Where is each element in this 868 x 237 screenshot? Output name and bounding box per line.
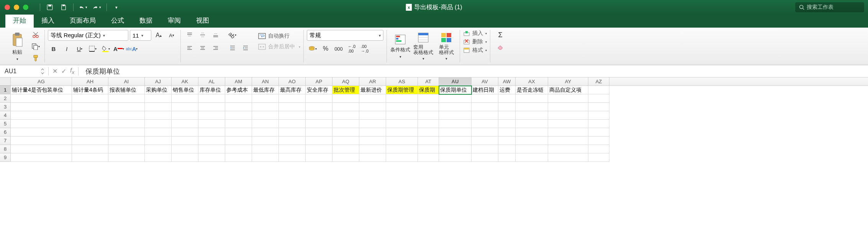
- cell-AO9[interactable]: [279, 153, 306, 162]
- cell-AR5[interactable]: [359, 120, 386, 128]
- cell-AO1[interactable]: 最高库存: [279, 86, 306, 94]
- cell-AV1[interactable]: 建档日期: [472, 86, 498, 94]
- cancel-formula-button[interactable]: ✕: [52, 67, 57, 75]
- orientation-button[interactable]: ab▾: [227, 30, 238, 40]
- tab-insert[interactable]: 插入: [34, 13, 62, 28]
- cell-AI8[interactable]: [108, 145, 145, 153]
- cell-AM1[interactable]: 参考成本: [225, 86, 252, 94]
- cell-AR1[interactable]: 最新进价: [359, 86, 386, 94]
- cell-AH6[interactable]: [72, 128, 108, 137]
- cell-AI5[interactable]: [108, 120, 145, 128]
- cell-AW2[interactable]: [498, 94, 516, 103]
- cell-AM2[interactable]: [225, 94, 252, 103]
- cell-AI4[interactable]: [108, 111, 145, 120]
- fx-button[interactable]: fx: [70, 67, 74, 75]
- font-size-select[interactable]: 11▾: [130, 30, 151, 41]
- cell-AJ3[interactable]: [145, 103, 172, 111]
- cell-AR2[interactable]: [359, 94, 386, 103]
- cell-AK3[interactable]: [172, 103, 198, 111]
- tab-review[interactable]: 审阅: [160, 13, 188, 28]
- row-header-9[interactable]: 9: [0, 153, 11, 162]
- comma-button[interactable]: 000: [333, 44, 344, 54]
- number-format-select[interactable]: 常规▾: [307, 30, 383, 41]
- cell-AH3[interactable]: [72, 103, 108, 111]
- cell-AZ4[interactable]: [588, 111, 609, 120]
- cell-AX3[interactable]: [516, 103, 548, 111]
- select-all-corner[interactable]: [0, 77, 11, 86]
- cell-AP3[interactable]: [306, 103, 332, 111]
- cell-AW8[interactable]: [498, 145, 516, 153]
- cell-AK1[interactable]: 销售单位: [172, 86, 198, 94]
- column-header-AO[interactable]: AO: [279, 77, 306, 86]
- cell-AP7[interactable]: [306, 137, 332, 145]
- align-middle-button[interactable]: [197, 30, 208, 40]
- cell-AH2[interactable]: [72, 94, 108, 103]
- cell-AQ1[interactable]: 批次管理: [332, 86, 359, 94]
- font-color-button[interactable]: A▾: [113, 44, 124, 54]
- cell-AM4[interactable]: [225, 111, 252, 120]
- cell-AN1[interactable]: 最低库存: [252, 86, 279, 94]
- cell-AK4[interactable]: [172, 111, 198, 120]
- row-header-5[interactable]: 5: [0, 120, 11, 128]
- column-header-AX[interactable]: AX: [516, 77, 548, 86]
- cell-AY8[interactable]: [548, 145, 588, 153]
- cell-AP8[interactable]: [306, 145, 332, 153]
- cell-AV3[interactable]: [472, 103, 498, 111]
- align-left-button[interactable]: [184, 43, 195, 53]
- cell-AW5[interactable]: [498, 120, 516, 128]
- cell-AX5[interactable]: [516, 120, 548, 128]
- column-header-AT[interactable]: AT: [418, 77, 439, 86]
- conditional-format-button[interactable]: 条件格式▾: [390, 30, 411, 63]
- tab-formulas[interactable]: 公式: [103, 13, 132, 28]
- cell-AR4[interactable]: [359, 111, 386, 120]
- cell-AG4[interactable]: [11, 111, 72, 120]
- column-header-AS[interactable]: AS: [386, 77, 418, 86]
- cell-AY6[interactable]: [548, 128, 588, 137]
- cell-AW4[interactable]: [498, 111, 516, 120]
- cell-AI6[interactable]: [108, 128, 145, 137]
- cell-AT3[interactable]: [418, 103, 439, 111]
- cell-AQ4[interactable]: [332, 111, 359, 120]
- cell-AZ1[interactable]: [588, 86, 609, 94]
- cell-AL4[interactable]: [198, 111, 225, 120]
- column-header-AH[interactable]: AH: [72, 77, 108, 86]
- cell-AX6[interactable]: [516, 128, 548, 137]
- cell-AT4[interactable]: [418, 111, 439, 120]
- format-painter-button[interactable]: [30, 53, 41, 63]
- cell-AY1[interactable]: 商品自定义项: [548, 86, 588, 94]
- cell-AU9[interactable]: [439, 153, 472, 162]
- cell-AL1[interactable]: 库存单位: [198, 86, 225, 94]
- cell-AN2[interactable]: [252, 94, 279, 103]
- column-header-AY[interactable]: AY: [548, 77, 588, 86]
- cell-AN4[interactable]: [252, 111, 279, 120]
- cell-AT6[interactable]: [418, 128, 439, 137]
- cell-AW1[interactable]: 运费: [498, 86, 516, 94]
- cell-AS5[interactable]: [386, 120, 418, 128]
- row-header-6[interactable]: 6: [0, 128, 11, 137]
- cell-AO8[interactable]: [279, 145, 306, 153]
- cell-AV6[interactable]: [472, 128, 498, 137]
- cell-AJ6[interactable]: [145, 128, 172, 137]
- cell-AM5[interactable]: [225, 120, 252, 128]
- cell-AT1[interactable]: 保质期: [418, 86, 439, 94]
- cell-AP6[interactable]: [306, 128, 332, 137]
- decrease-font-button[interactable]: A▾: [166, 30, 177, 40]
- cell-AI3[interactable]: [108, 103, 145, 111]
- minimize-window-button[interactable]: [14, 5, 19, 10]
- cell-AG9[interactable]: [11, 153, 72, 162]
- cell-AM6[interactable]: [225, 128, 252, 137]
- cell-AQ2[interactable]: [332, 94, 359, 103]
- cell-AV9[interactable]: [472, 153, 498, 162]
- cell-AY3[interactable]: [548, 103, 588, 111]
- cell-AN8[interactable]: [252, 145, 279, 153]
- cell-AG5[interactable]: [11, 120, 72, 128]
- cell-AU3[interactable]: [439, 103, 472, 111]
- fill-color-button[interactable]: ▾: [100, 44, 111, 54]
- spreadsheet-grid[interactable]: AGAHAIAJAKALAMANAOAPAQARASATAUAVAWAXAYAZ…: [0, 77, 868, 162]
- column-header-AV[interactable]: AV: [472, 77, 498, 86]
- increase-font-button[interactable]: A▴: [153, 30, 164, 40]
- cell-AS7[interactable]: [386, 137, 418, 145]
- cell-AS8[interactable]: [386, 145, 418, 153]
- cell-AR7[interactable]: [359, 137, 386, 145]
- cell-AS6[interactable]: [386, 128, 418, 137]
